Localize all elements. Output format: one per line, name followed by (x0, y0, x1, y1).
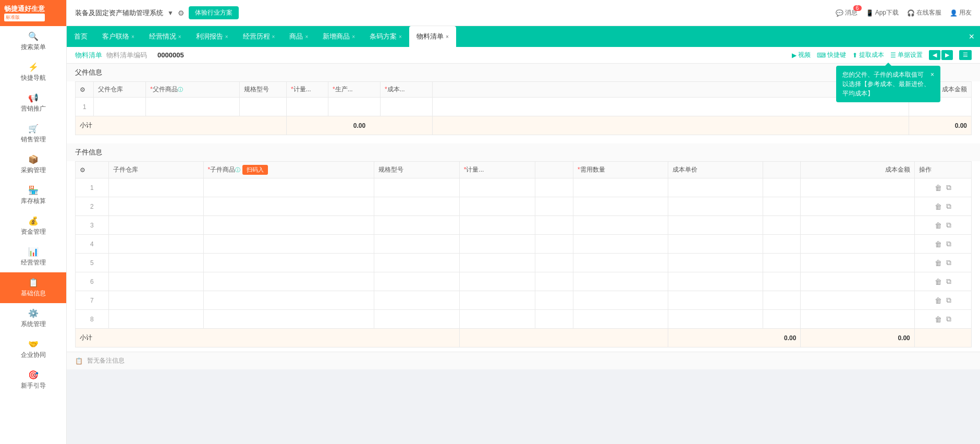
tab-new-goods[interactable]: 新增商品 × (315, 26, 362, 47)
child-row5-product[interactable] (203, 254, 374, 272)
child-row1-warehouse[interactable] (108, 178, 203, 197)
copy-row8-btn[interactable]: ⧉ (945, 314, 952, 325)
copy-row6-btn[interactable]: ⧉ (945, 276, 952, 287)
setting-icon[interactable]: ⚙ (80, 86, 85, 93)
child-row4-warehouse[interactable] (108, 235, 203, 254)
app-download-item[interactable]: 📱 App下载 (866, 8, 899, 17)
child-row3-spec[interactable] (374, 216, 459, 235)
scan-button[interactable]: 扫码入 (242, 165, 268, 175)
delete-row1-btn[interactable]: 🗑 (934, 183, 943, 193)
child-row1-unit[interactable] (459, 178, 535, 197)
delete-row5-btn[interactable]: 🗑 (934, 258, 943, 268)
child-row8-warehouse[interactable] (108, 310, 203, 329)
child-row1-product[interactable] (203, 178, 374, 197)
tab-profit-close[interactable]: × (225, 34, 228, 40)
tab-operations-close[interactable]: × (178, 34, 181, 40)
child-row4-product[interactable] (203, 235, 374, 254)
tab-customer-close[interactable]: × (131, 34, 134, 40)
sidebar-item-basicinfo[interactable]: 📋 基础信息 (0, 272, 66, 303)
sidebar-item-sales[interactable]: 🛒 销售管理 (0, 118, 66, 149)
tab-operations[interactable]: 经营情况 × (142, 26, 189, 47)
parent-cost-cell[interactable] (381, 98, 433, 116)
tab-barcode-close[interactable]: × (399, 34, 402, 40)
sidebar-item-quicknav[interactable]: ⚡ 快捷导航 (0, 57, 66, 88)
child-row1-qty[interactable] (573, 178, 668, 197)
child-row4-qty[interactable] (573, 235, 668, 254)
toolbar-shortcut[interactable]: ⌨ 快捷键 (817, 51, 846, 59)
child-row7-warehouse[interactable] (108, 291, 203, 310)
delete-row7-btn[interactable]: 🗑 (934, 295, 943, 306)
child-row3-warehouse[interactable] (108, 216, 203, 235)
tab-history[interactable]: 经营历程 × (236, 26, 283, 47)
toolbar-video[interactable]: ▶ 视频 (792, 51, 811, 59)
tab-barcode[interactable]: 条码方案 × (362, 26, 409, 47)
child-row2-warehouse[interactable] (108, 197, 203, 216)
child-row3-product[interactable] (203, 216, 374, 235)
child-row3-qty[interactable] (573, 216, 668, 235)
child-row5-qty[interactable] (573, 254, 668, 272)
child-row6-warehouse[interactable] (108, 272, 203, 291)
sidebar-item-operations[interactable]: 📊 经营管理 (0, 242, 66, 272)
child-row2-qty[interactable] (573, 197, 668, 216)
child-row5-price[interactable] (668, 254, 763, 272)
child-row2-price[interactable] (668, 197, 763, 216)
child-row3-price[interactable] (668, 216, 763, 235)
tab-goods-close[interactable]: × (305, 34, 308, 40)
copy-row7-btn[interactable]: ⧉ (945, 295, 952, 306)
child-row5-spec[interactable] (374, 254, 459, 272)
parent-mfg-cell[interactable] (328, 98, 381, 116)
user-item[interactable]: 👤 用友 (950, 8, 972, 17)
child-row8-product[interactable] (203, 310, 374, 329)
messages-item[interactable]: 💬 消息 6 (836, 8, 858, 17)
child-row1-price[interactable] (668, 178, 763, 197)
close-all-tabs-btn[interactable]: ✕ (963, 32, 980, 41)
child-row7-spec[interactable] (374, 291, 459, 310)
sidebar-item-marketing[interactable]: 📢 营销推广 (0, 88, 66, 118)
tab-goods[interactable]: 商品 × (282, 26, 315, 47)
child-row8-unit[interactable] (459, 310, 535, 329)
system-dropdown-btn[interactable]: ▼ (167, 9, 174, 17)
copy-row5-btn[interactable]: ⧉ (945, 257, 952, 268)
toolbar-single-settings[interactable]: ☰ 单据设置 (890, 51, 923, 59)
child-row4-spec[interactable] (374, 235, 459, 254)
breadcrumb-link[interactable]: 物料清单 (75, 51, 102, 60)
delete-row4-btn[interactable]: 🗑 (934, 239, 943, 249)
copy-row1-btn[interactable]: ⧉ (945, 182, 952, 193)
menu-btn[interactable]: ☰ (959, 50, 972, 60)
copy-row2-btn[interactable]: ⧉ (945, 201, 952, 212)
child-row2-spec[interactable] (374, 197, 459, 216)
sidebar-item-guide[interactable]: 🎯 新手引导 (0, 365, 66, 395)
child-row6-qty[interactable] (573, 272, 668, 291)
child-row6-unit[interactable] (459, 272, 535, 291)
child-row7-product[interactable] (203, 291, 374, 310)
tab-customer[interactable]: 客户联络 × (95, 26, 142, 47)
child-row8-qty[interactable] (573, 310, 668, 329)
sidebar-item-purchase[interactable]: 📦 采购管理 (0, 149, 66, 180)
child-row2-unit[interactable] (459, 197, 535, 216)
tooltip-close-btn[interactable]: × (930, 70, 934, 79)
tab-bom-close[interactable]: × (446, 34, 449, 40)
child-row1-spec[interactable] (374, 178, 459, 197)
sidebar-item-inventory[interactable]: 🏪 库存核算 (0, 180, 66, 211)
parent-unit-cell[interactable] (287, 98, 328, 116)
tab-bom[interactable]: 物料清单 × (409, 26, 456, 47)
parent-warehouse-cell[interactable] (94, 98, 146, 116)
sidebar-item-collab[interactable]: 🤝 企业协同 (0, 334, 66, 365)
tab-home[interactable]: 首页 (67, 26, 95, 47)
next-arrow-btn[interactable]: ▶ (941, 50, 953, 60)
child-row6-product[interactable] (203, 272, 374, 291)
child-row4-price[interactable] (668, 235, 763, 254)
online-service-item[interactable]: 🎧 在线客服 (907, 8, 941, 17)
toolbar-extract-cost[interactable]: ⬆ 提取成本 (852, 51, 884, 59)
child-row6-price[interactable] (668, 272, 763, 291)
copy-row3-btn[interactable]: ⧉ (945, 220, 952, 231)
gear-button[interactable]: ⚙ (178, 9, 185, 17)
tab-new-goods-close[interactable]: × (352, 34, 355, 40)
tab-profit[interactable]: 利润报告 × (189, 26, 236, 47)
parent-product-cell[interactable] (146, 98, 240, 116)
delete-row8-btn[interactable]: 🗑 (934, 314, 943, 325)
copy-row4-btn[interactable]: ⧉ (945, 238, 952, 249)
sidebar-item-system[interactable]: ⚙️ 系统管理 (0, 303, 66, 334)
delete-row6-btn[interactable]: 🗑 (934, 277, 943, 287)
child-row6-spec[interactable] (374, 272, 459, 291)
